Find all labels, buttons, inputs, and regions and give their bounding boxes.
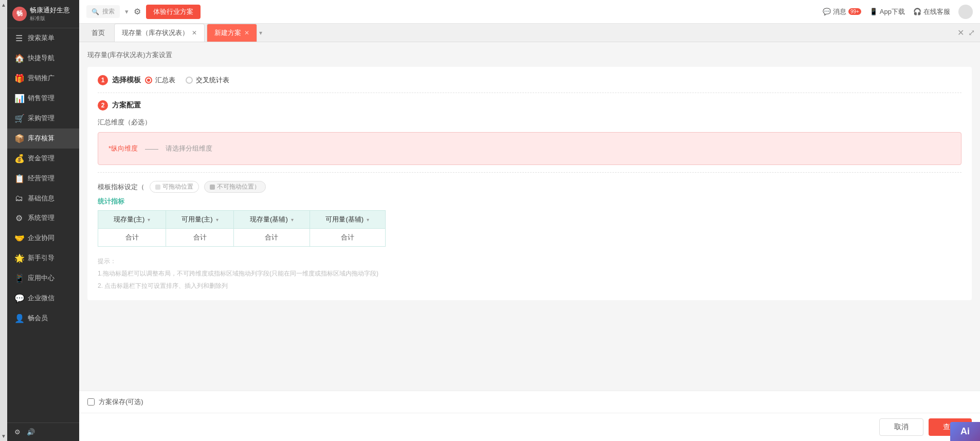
search-box[interactable]: 🔍 搜索 [86,5,120,18]
dropdown-icon[interactable]: ▾ [125,8,129,15]
sidebar-item-app-center[interactable]: 📱应用中心 [7,268,79,288]
draggable-badge: 可拖动位置 [150,181,199,193]
expand-icon[interactable]: ⤢ [968,28,975,38]
settings-topbar-icon[interactable]: ⚙ [134,7,141,16]
cancel-button[interactable]: 取消 [879,418,923,436]
scroll-up-icon[interactable]: ▲ [0,1,7,9]
sidebar-item-search[interactable]: ☰搜索菜单 [7,28,79,48]
tab-inventory-status[interactable]: 现存量（库存状况表）✕ [114,24,205,42]
sidebar-label-marketing: 营销推广 [28,74,55,83]
aggregate-dim-label: 汇总维度（必选） [98,118,961,127]
stat-col-header[interactable]: 现存量(主) ▾ [98,211,166,229]
sidebar-icon-quick-nav: 🏠 [14,53,24,63]
content-area: 现存量(库存状况表)方案设置 1 选择模板 汇总表 交叉统计表 [79,42,980,391]
sidebar-label-sales: 销售管理 [28,94,55,103]
save-label: 方案保存(可选) [99,397,143,407]
sidebar-item-inventory[interactable]: 📦库存核算 [7,128,79,149]
ai-badge[interactable]: Ai [950,422,980,441]
section1-header: 1 选择模板 汇总表 交叉统计表 [98,75,961,85]
radio-summary[interactable]: 汇总表 [145,76,175,85]
chevron-down-icon: ▾ [216,217,219,223]
sidebar-item-sales[interactable]: 📊销售管理 [7,88,79,108]
sidebar-item-marketing[interactable]: 🎁营销推广 [7,68,79,88]
sidebar-icon-business: 📋 [14,174,24,183]
footer-btns: 取消 查询 [79,413,980,441]
sidebar-item-newcomer[interactable]: 🌟新手引导 [7,248,79,268]
stat-col-header[interactable]: 可用量(基辅) ▾ [310,211,385,229]
radio-cross-dot [186,77,193,84]
tab-close-new-plan[interactable]: ✕ [244,29,249,36]
radio-summary-dot [145,77,152,84]
section2-title: 方案配置 [112,101,141,110]
sidebar-item-cooperation[interactable]: 🤝企业协同 [7,228,79,248]
user-avatar[interactable] [958,5,973,19]
tab-label-new-plan: 新建方案 [214,28,241,38]
close-panel-icon[interactable]: ✕ [957,28,964,38]
sidebar-item-purchase[interactable]: 🛒采购管理 [7,108,79,128]
tips-area: 提示： 1.拖动标题栏可以调整布局，不可跨维度或指标区域拖动列字段(只能在同一维… [98,255,961,292]
stat-col-header[interactable]: 现存量(基辅) ▾ [234,211,310,229]
sidebar-icon-search: ☰ [14,33,24,43]
sidebar-logo: 畅 畅康通好生意 标准版 [7,0,79,28]
trial-btn[interactable]: 体验行业方案 [146,5,201,19]
online-service-link[interactable]: 🎧 在线客服 [913,7,950,16]
tip-line-2: 2. 点击标题栏下拉可设置排序、插入列和删除列 [98,280,961,292]
section2-header: 2 方案配置 [98,100,961,111]
sidebar-label-system: 系统管理 [28,213,55,223]
sidebar-item-system[interactable]: ⚙系统管理 [7,208,79,228]
messages-label: 消息 [833,7,846,16]
drag-dot [155,185,160,190]
save-checkbox[interactable] [87,398,95,406]
chevron-down-icon: ▾ [148,217,150,223]
messages-icon[interactable]: 💬 消息 99+ [823,7,861,16]
sidebar-item-member[interactable]: 👤畅会员 [7,308,79,328]
online-service-label: 在线客服 [923,7,950,16]
no-drag-dot [210,185,215,190]
no-drag-label: 不可拖动位置） [217,182,260,191]
dimension-box[interactable]: *纵向维度 —— 请选择分组维度 [98,132,961,165]
sidebar-icon-cooperation: 🤝 [14,233,24,243]
sidebar-icon-wechat: 💬 [14,293,24,303]
sidebar-scroll[interactable]: ▲ ▼ [0,0,7,441]
sidebar-label-wechat: 企业微信 [28,293,55,303]
tab-new-plan[interactable]: 新建方案✕ [207,24,257,42]
stat-table-body: 合计合计合计合计 [98,229,386,247]
settings-icon[interactable]: ⚙ [14,428,21,436]
sidebar-label-inventory: 库存核算 [28,134,55,143]
app-download-link[interactable]: 📱 App下载 [869,7,905,16]
col-dropdown[interactable]: 现存量(基辅) ▾ [250,215,294,224]
tabbar: 首页现存量（库存状况表）✕新建方案✕▾ ✕ ⤢ [79,24,980,42]
sidebar-label-member: 畅会员 [28,314,48,323]
radio-summary-label: 汇总表 [155,76,175,85]
col-dropdown[interactable]: 现存量(主) ▾ [114,215,151,224]
sidebar-label-business: 经营管理 [28,174,55,183]
sidebar-nav: ☰搜索菜单🏠快捷导航🎁营销推广📊销售管理🛒采购管理📦库存核算💰资金管理📋经营管理… [7,28,79,422]
radio-cross-label: 交叉统计表 [196,76,229,85]
scroll-down-icon[interactable]: ▼ [0,432,7,440]
stat-table-header-row: 现存量(主) ▾ 可用量(主) ▾ 现存量(基辅) ▾ 可用量(基辅) ▾ [98,211,386,229]
radio-cross[interactable]: 交叉统计表 [186,76,229,85]
indicator-label: 模板指标设定（ 可拖动位置 不可拖动位置） [98,181,961,193]
sidebar-item-business[interactable]: 📋经营管理 [7,169,79,189]
tab-dropdown-icon[interactable]: ▾ [259,29,262,36]
sidebar-item-finance[interactable]: 💰资金管理 [7,149,79,169]
logo-sub: 标准版 [30,15,70,22]
sidebar-label-newcomer: 新手引导 [28,253,55,263]
tab-close-inventory-status[interactable]: ✕ [192,29,197,36]
stat-col-header[interactable]: 可用量(主) ▾ [166,211,234,229]
sidebar-icon-purchase: 🛒 [14,114,24,123]
sidebar-icon-marketing: 🎁 [14,74,24,83]
topbar: 🔍 搜索 ▾ ⚙ 体验行业方案 💬 消息 99+ 📱 App下载 🎧 在线客服 [79,0,980,24]
sidebar-icon-finance: 💰 [14,154,24,163]
sidebar-icon-sales: 📊 [14,94,24,103]
col-dropdown[interactable]: 可用量(主) ▾ [182,215,219,224]
sidebar-item-wechat[interactable]: 💬企业微信 [7,288,79,308]
stat-table: 现存量(主) ▾ 可用量(主) ▾ 现存量(基辅) ▾ 可用量(基辅) ▾ 合计… [98,210,386,247]
tip-line-1: 1.拖动标题栏可以调整布局，不可跨维度或指标区域拖动列字段(只能在同一维度或指标… [98,267,961,280]
tab-home[interactable]: 首页 [84,24,112,42]
speaker-icon[interactable]: 🔊 [27,428,35,436]
sidebar-item-basic-info[interactable]: 🗂基础信息 [7,189,79,208]
sidebar-item-quick-nav[interactable]: 🏠快捷导航 [7,48,79,68]
col-dropdown[interactable]: 可用量(基辅) ▾ [325,215,369,224]
col-name: 可用量(主) [182,215,213,224]
